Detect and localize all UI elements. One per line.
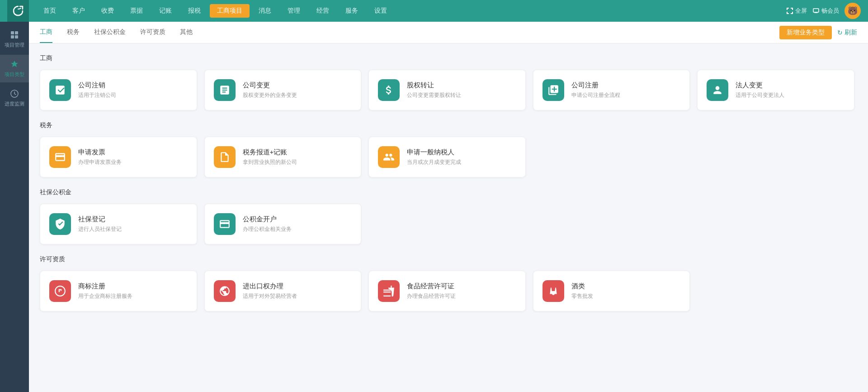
section-title-工商: 工商	[40, 54, 857, 62]
new-type-button[interactable]: 新增业务类型	[779, 26, 832, 39]
card-税务报道+记账[interactable]: 税务报道+记账拿到营业执照的新公司	[204, 137, 362, 177]
nav-item-票据[interactable]: 票据	[123, 4, 150, 18]
sub-tabs: 工商税务社保公积金许可资质其他 新增业务类型 ↻ 刷新	[29, 22, 868, 43]
sidebar-item-progress[interactable]: 进度监测	[0, 84, 29, 112]
card-申请发票[interactable]: 申请发票办理申请发票业务	[40, 137, 197, 177]
fullscreen-label: 全屏	[795, 7, 807, 15]
nav-item-客户[interactable]: 客户	[65, 4, 92, 18]
card-title-食品经营许可证: 食品经营许可证	[407, 282, 456, 291]
card-icon-company-change	[214, 79, 236, 101]
sidebar-download[interactable]	[13, 365, 16, 374]
card-icon-legal-person-change	[707, 79, 728, 101]
member-label: 畅会员	[821, 7, 839, 15]
card-title-公司注册: 公司注册	[571, 81, 620, 90]
nav-item-设置[interactable]: 设置	[367, 4, 394, 18]
user-avatar[interactable]: 🐻	[844, 3, 861, 19]
card-info-公积金开户: 公积金开户办理公积金相关业务	[243, 215, 292, 233]
nav-items: 首页客户收费票据记账报税工商项目消息管理经营服务设置	[36, 4, 786, 18]
card-title-社保登记: 社保登记	[78, 215, 122, 224]
nav-item-收费[interactable]: 收费	[94, 4, 121, 18]
card-desc-申请一般纳税人: 当月或次月成变更完成	[407, 158, 461, 166]
card-公司变更[interactable]: 公司变更股权变更外的业务变更	[204, 70, 362, 110]
card-desc-公司注册: 申请公司注册全流程	[571, 91, 620, 99]
card-进出口权办理[interactable]: 进出口权办理适用于对外贸易经营者	[204, 271, 362, 311]
card-法人变更[interactable]: 法人变更适用于公司变更法人	[697, 70, 854, 110]
card-title-股权转让: 股权转让	[407, 81, 461, 90]
card-icon-food-license	[378, 280, 400, 302]
sub-tab-社保公积金[interactable]: 社保公积金	[94, 22, 126, 43]
sub-tab-税务[interactable]: 税务	[67, 22, 80, 43]
nav-item-消息[interactable]: 消息	[251, 4, 278, 18]
sidebar-location[interactable]	[13, 376, 16, 385]
sidebar-label-project-type: 项目类型	[5, 71, 24, 78]
section-title-税务: 税务	[40, 121, 857, 129]
card-title-法人变更: 法人变更	[736, 81, 784, 90]
card-info-股权转让: 股权转让公司变更需要股权转让	[407, 81, 461, 99]
card-title-公积金开户: 公积金开户	[243, 215, 292, 224]
logo	[7, 0, 29, 22]
card-icon-company-register	[542, 79, 564, 101]
card-info-公司注销: 公司注销适用于注销公司	[78, 81, 116, 99]
card-info-法人变更: 法人变更适用于公司变更法人	[736, 81, 784, 99]
card-title-申请发票: 申请发票	[78, 148, 122, 157]
sub-tab-许可资质[interactable]: 许可资质	[140, 22, 165, 43]
card-desc-进出口权办理: 适用于对外贸易经营者	[243, 292, 297, 300]
card-desc-食品经营许可证: 办理食品经营许可证	[407, 292, 456, 300]
card-info-公司注册: 公司注册申请公司注册全流程	[571, 81, 620, 99]
card-食品经营许可证[interactable]: 食品经营许可证办理食品经营许可证	[368, 271, 526, 311]
card-desc-社保登记: 进行人员社保登记	[78, 225, 122, 233]
nav-item-服务[interactable]: 服务	[338, 4, 365, 18]
refresh-button[interactable]: ↻ 刷新	[837, 29, 857, 37]
card-社保登记[interactable]: 社保登记进行人员社保登记	[40, 204, 197, 244]
card-商标注册[interactable]: 商标注册用于企业商标注册服务	[40, 271, 197, 311]
card-title-商标注册: 商标注册	[78, 282, 132, 291]
card-icon-trademark	[49, 280, 71, 302]
refresh-label: 刷新	[844, 29, 857, 37]
card-info-酒类: 酒类零售批发	[571, 282, 593, 300]
nav-item-记账[interactable]: 记账	[152, 4, 179, 18]
card-icon-equity-transfer	[378, 79, 400, 101]
card-公积金开户[interactable]: 公积金开户办理公积金相关业务	[204, 204, 362, 244]
card-icon-social-insurance	[49, 213, 71, 235]
card-desc-法人变更: 适用于公司变更法人	[736, 91, 784, 99]
card-icon-company-cancel	[49, 79, 71, 101]
sub-tabs-actions: 新增业务类型 ↻ 刷新	[779, 26, 857, 39]
sidebar-label-project-management: 项目管理	[5, 42, 24, 48]
card-公司注册[interactable]: 公司注册申请公司注册全流程	[533, 70, 690, 110]
card-desc-公司变更: 股权变更外的业务变更	[243, 91, 297, 99]
card-申请一般纳税人[interactable]: 申请一般纳税人当月或次月成变更完成	[368, 137, 526, 177]
sub-tab-工商[interactable]: 工商	[40, 22, 52, 43]
svg-rect-3	[11, 35, 14, 38]
sub-tab-其他[interactable]: 其他	[180, 22, 193, 43]
sidebar-item-project-management[interactable]: 项目管理	[0, 25, 29, 53]
nav-item-工商项目[interactable]: 工商项目	[210, 4, 250, 18]
card-icon-general-taxpayer	[378, 146, 400, 168]
card-info-进出口权办理: 进出口权办理适用于对外贸易经营者	[243, 282, 297, 300]
refresh-icon: ↻	[837, 29, 843, 36]
card-icon-import-export	[214, 280, 236, 302]
card-title-公司注销: 公司注销	[78, 81, 116, 90]
top-navigation: 首页客户收费票据记账报税工商项目消息管理经营服务设置 全屏 畅会员 🐻	[0, 0, 868, 22]
card-酒类[interactable]: 酒类零售批发	[533, 271, 690, 311]
card-desc-酒类: 零售批发	[571, 292, 593, 300]
card-公司注销[interactable]: 公司注销适用于注销公司	[40, 70, 197, 110]
nav-item-首页[interactable]: 首页	[36, 4, 63, 18]
card-股权转让[interactable]: 股权转让公司变更需要股权转让	[368, 70, 526, 110]
cards-grid-税务: 申请发票办理申请发票业务税务报道+记账拿到营业执照的新公司申请一般纳税人当月或次…	[40, 137, 857, 177]
svg-rect-0	[813, 9, 819, 12]
card-icon-invoice	[49, 146, 71, 168]
nav-item-报税[interactable]: 报税	[181, 4, 208, 18]
fullscreen-button[interactable]: 全屏	[786, 7, 807, 15]
cards-grid-许可资质: 商标注册用于企业商标注册服务进出口权办理适用于对外贸易经营者食品经营许可证办理食…	[40, 271, 857, 311]
card-info-社保登记: 社保登记进行人员社保登记	[78, 215, 122, 233]
svg-rect-2	[15, 31, 18, 34]
nav-item-管理[interactable]: 管理	[280, 4, 307, 18]
nav-item-经营[interactable]: 经营	[309, 4, 336, 18]
main-content: 工商税务社保公积金许可资质其他 新增业务类型 ↻ 刷新 工商公司注销适用于注销公…	[29, 22, 868, 392]
card-info-申请发票: 申请发票办理申请发票业务	[78, 148, 122, 166]
sidebar-item-project-type[interactable]: 项目类型	[0, 55, 29, 82]
card-icon-tax-report	[214, 146, 236, 168]
svg-rect-1	[11, 31, 14, 34]
card-desc-股权转让: 公司变更需要股权转让	[407, 91, 461, 99]
member-button[interactable]: 畅会员	[812, 7, 839, 15]
